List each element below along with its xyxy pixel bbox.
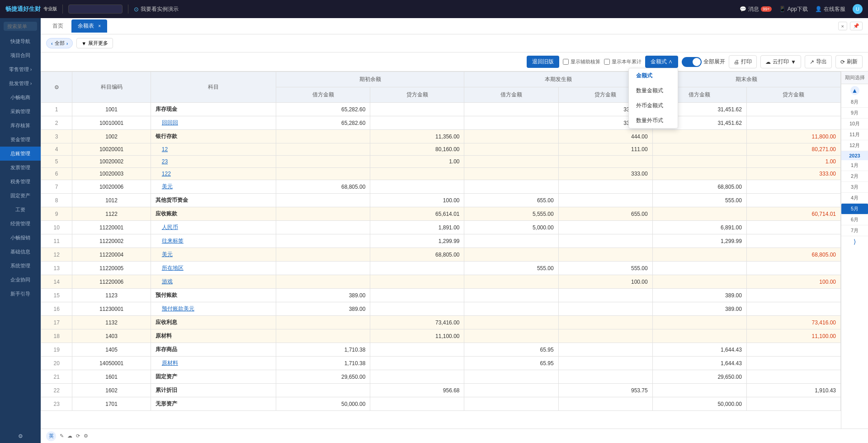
dropdown-item-foreign-amount[interactable]: 外币金额式	[629, 98, 678, 113]
sidebar-item-inventory-calc[interactable]: 库存核算	[0, 119, 41, 133]
sidebar-item-purchase-mgmt[interactable]: 采购管理	[0, 105, 41, 119]
subject-link[interactable]: 美元	[162, 183, 173, 190]
app-download-btn[interactable]: 📱 App下载	[779, 5, 808, 13]
period-item-7[interactable]: 7月	[841, 225, 868, 236]
filter-right-arrow[interactable]: ›	[66, 41, 68, 46]
show-auxiliary-input[interactable]	[563, 59, 569, 65]
sidebar-item-basic-info[interactable]: 基础信息	[0, 245, 41, 259]
row-no: 12	[41, 248, 72, 262]
subject-link[interactable]: 游戏	[162, 278, 173, 285]
sidebar-item-project-contract[interactable]: 项目合同	[0, 48, 41, 62]
row-code: 11220004	[72, 248, 151, 262]
period-item-1[interactable]: 1月	[841, 160, 868, 171]
settings-icon[interactable]: ⚙	[54, 84, 59, 91]
period-item-12[interactable]: 12月	[841, 140, 868, 151]
subject-link[interactable]: 所在地区	[162, 265, 184, 271]
subject-link[interactable]: 122	[162, 171, 171, 177]
pin-button[interactable]: 📌	[850, 22, 863, 30]
sidebar-item-retail-mgmt[interactable]: 零售管理 ›	[0, 62, 41, 76]
online-service-btn[interactable]: 👤 在线客服	[815, 5, 845, 13]
period-item-10[interactable]: 10月	[841, 119, 868, 129]
sidebar-item-new-guide[interactable]: 新手引导	[0, 287, 41, 301]
subject-link[interactable]: 原材料	[162, 360, 178, 366]
tab-balance[interactable]: 余额表 ×	[71, 19, 107, 33]
export-btn[interactable]: ↗ 导出	[805, 55, 832, 68]
amount-style-btn[interactable]: 金额式 ∧	[645, 56, 678, 68]
period-item-9[interactable]: 9月	[841, 108, 868, 119]
dropdown-item-qty-foreign[interactable]: 数量外币式	[629, 113, 678, 128]
notification-btn[interactable]: 💬 消息 99+	[740, 5, 771, 13]
row-cp-credit	[558, 397, 652, 411]
filter-left-arrow[interactable]: ‹	[51, 41, 53, 46]
sidebar-item-payroll[interactable]: 工资	[0, 203, 41, 217]
bottom-lang[interactable]: 英	[46, 431, 56, 441]
row-ob-credit: 80,160.00	[370, 143, 464, 156]
expand-toggle[interactable]	[682, 57, 702, 67]
subject-link[interactable]: 预付账款美元	[162, 305, 194, 312]
row-subject: 其他货币资金	[151, 194, 276, 207]
row-ob-credit: 73,416.00	[370, 316, 464, 329]
show-ytd-input[interactable]	[604, 59, 610, 65]
row-cp-debit	[464, 180, 558, 194]
show-ytd-checkbox[interactable]: 显示本年累计	[604, 58, 642, 65]
row-cb-credit	[746, 116, 840, 130]
subject-link[interactable]: 人民币	[162, 224, 178, 230]
row-subject: 库存商品	[151, 343, 276, 357]
show-auxiliary-checkbox[interactable]: 显示辅助核算	[563, 58, 600, 65]
top-search-input[interactable]	[68, 5, 123, 14]
row-cp-credit: 100.00	[558, 275, 652, 289]
tab-balance-close[interactable]: ×	[98, 24, 101, 29]
settings-bottom-icon[interactable]: ⚙	[84, 433, 88, 439]
settings-gear-icon[interactable]: ⚙	[18, 433, 23, 439]
expand-more-btn[interactable]: ▼ 展开更多	[76, 38, 113, 48]
sidebar-item-wholesale-mgmt[interactable]: 批发管理 ›	[0, 76, 41, 91]
row-subject: 应收利息	[151, 316, 276, 329]
period-item-11[interactable]: 11月	[841, 129, 868, 140]
period-item-8[interactable]: 8月	[841, 97, 868, 108]
row-no: 5	[41, 156, 72, 168]
return-old-btn[interactable]: 退回旧版	[527, 56, 559, 68]
period-item-2[interactable]: 2月	[841, 171, 868, 182]
subject-link[interactable]: 往来标签	[162, 238, 184, 244]
period-item-5[interactable]: 5月	[841, 204, 868, 214]
sidebar-item-capital-mgmt[interactable]: 资金管理	[0, 133, 41, 147]
period-nav-up-btn[interactable]: ▲	[850, 86, 859, 95]
amount-value: 80,271.00	[812, 146, 836, 152]
period-item-6[interactable]: 6月	[841, 214, 868, 225]
sidebar-item-general-ledger[interactable]: 总账管理	[0, 147, 41, 161]
sidebar-item-operations-mgmt[interactable]: 经营管理	[0, 217, 41, 231]
period-item-3[interactable]: 3月	[841, 182, 868, 193]
cloud-icon[interactable]: ☁	[67, 433, 72, 439]
tab-home[interactable]: 首页	[46, 19, 70, 33]
period-item-4[interactable]: 4月	[841, 193, 868, 204]
refresh-btn[interactable]: ⟳ 刷新	[835, 55, 863, 68]
close-all-button[interactable]: ×	[838, 22, 847, 30]
period-year-badge: 2023	[841, 151, 868, 160]
edit-icon[interactable]: ✎	[60, 433, 64, 439]
sidebar-item-system-mgmt[interactable]: 系统管理	[0, 259, 41, 273]
sidebar-search-input[interactable]	[4, 22, 37, 31]
subject-link[interactable]: 12	[162, 146, 168, 152]
sidebar-item-invoice-mgmt[interactable]: 发票管理	[0, 161, 41, 175]
subject-link[interactable]: 美元	[162, 251, 173, 257]
th-settings[interactable]: ⚙	[41, 72, 72, 103]
row-subject: 无形资产	[151, 397, 276, 411]
sidebar-item-enterprise-coop[interactable]: 企业协同	[0, 273, 41, 287]
subject-link[interactable]: 23	[162, 158, 168, 165]
sync-icon[interactable]: ⟳	[76, 433, 80, 439]
row-cp-debit	[464, 168, 558, 180]
sidebar-item-small-sales[interactable]: 小畅报销	[0, 231, 41, 245]
sidebar-item-small-ecommerce[interactable]: 小畅电商	[0, 91, 41, 105]
cloud-print-btn[interactable]: ☁ 云打印 ▼	[760, 55, 801, 68]
cloud-print-icon: ☁	[765, 59, 771, 65]
sidebar-item-fixed-assets[interactable]: 固定资产	[0, 189, 41, 203]
period-collapse-btn[interactable]: ⟩	[841, 236, 868, 247]
sidebar-item-tax-mgmt[interactable]: 税务管理	[0, 175, 41, 189]
user-avatar[interactable]: U	[853, 4, 863, 14]
subject-link[interactable]: 回回回	[162, 119, 178, 126]
dropdown-item-amount[interactable]: 金额式	[629, 68, 678, 83]
print-btn[interactable]: 🖨 打印	[729, 55, 757, 68]
demo-link[interactable]: ⊙ 我要看实例演示	[134, 5, 179, 13]
sidebar-item-quick-nav[interactable]: 快捷导航	[0, 34, 41, 48]
dropdown-item-qty-amount[interactable]: 数量金额式	[629, 83, 678, 98]
